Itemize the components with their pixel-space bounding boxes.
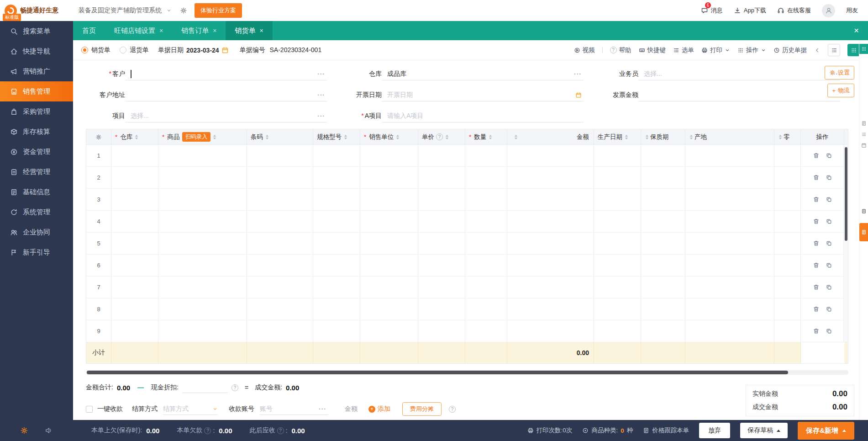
trial-solution-button[interactable]: 体验行业方案 [195, 3, 242, 18]
question-circle-icon[interactable]: ? [449, 406, 456, 413]
customer-service-button[interactable]: 在线客服 [777, 6, 811, 15]
col-header-warehouse[interactable]: *仓库 [111, 129, 158, 144]
cell-qty[interactable] [465, 211, 507, 232]
video-button[interactable]: 视频 [574, 46, 595, 54]
col-header-origin[interactable]: 产地 [685, 129, 774, 144]
cell-origin[interactable] [685, 298, 774, 320]
add-payment-button[interactable]: + 添加 [368, 405, 390, 413]
cell-amount[interactable] [507, 276, 594, 298]
salesman-input[interactable]: 选择... ··· [638, 68, 840, 80]
username[interactable]: 用友 [846, 6, 858, 15]
cell-prod-date[interactable] [594, 167, 641, 188]
tab-sales-order[interactable]: 销售订单 × [172, 21, 226, 40]
cell-amount[interactable] [507, 167, 594, 188]
cell-spec[interactable] [313, 167, 360, 188]
messages-button[interactable]: 6 消息 [701, 6, 723, 15]
cell-amount[interactable] [507, 145, 594, 166]
delete-row-icon[interactable] [813, 306, 820, 313]
cell-barcode[interactable] [247, 255, 313, 276]
cell-shelf-life[interactable] [641, 145, 685, 166]
cell-unit[interactable] [360, 255, 418, 276]
cell-product[interactable] [158, 167, 247, 188]
cell-retail[interactable] [774, 211, 801, 232]
sidebar-item-beginner-guide[interactable]: 新手引导 [0, 242, 73, 262]
lookup-ellipsis-icon[interactable]: ··· [317, 91, 325, 99]
project-input[interactable]: 选择... ··· [125, 110, 327, 122]
side-panel-handle[interactable] [859, 223, 868, 241]
copy-row-icon[interactable] [826, 284, 832, 291]
cell-warehouse[interactable] [111, 320, 158, 342]
cell-qty[interactable] [465, 298, 507, 320]
delete-row-icon[interactable] [813, 240, 820, 247]
radio-return-slip[interactable]: 退货单 [120, 46, 149, 54]
invoice-date-input[interactable]: 开票日期 [382, 89, 584, 101]
horizontal-scrollbar-thumb[interactable] [87, 371, 788, 374]
calendar-icon[interactable] [221, 47, 229, 54]
cell-qty[interactable] [465, 145, 507, 166]
copy-row-icon[interactable] [826, 218, 832, 225]
cell-spec[interactable] [313, 189, 360, 210]
cell-shelf-life[interactable] [641, 320, 685, 342]
copy-row-icon[interactable] [826, 240, 832, 247]
copy-row-icon[interactable] [826, 174, 832, 181]
receipt-account-input[interactable]: 账号 ··· [260, 403, 328, 415]
cell-price[interactable] [418, 320, 465, 342]
cell-unit[interactable] [360, 211, 418, 232]
cell-unit[interactable] [360, 167, 418, 188]
delete-row-icon[interactable] [813, 284, 820, 291]
cell-unit[interactable] [360, 189, 418, 210]
cell-warehouse[interactable] [111, 276, 158, 298]
sidebar-item-enterprise-collab[interactable]: 企业协同 [0, 222, 73, 242]
cell-unit[interactable] [360, 276, 418, 298]
cell-warehouse[interactable] [111, 211, 158, 232]
cell-product[interactable] [158, 276, 247, 298]
delete-row-icon[interactable] [813, 262, 820, 269]
header-gear-icon[interactable] [180, 7, 187, 14]
close-icon[interactable]: × [159, 27, 163, 34]
cell-retail[interactable] [774, 276, 801, 298]
column-settings-gear-icon[interactable] [86, 129, 111, 144]
close-icon[interactable]: × [213, 27, 216, 34]
cell-origin[interactable] [685, 320, 774, 342]
cell-price[interactable] [418, 167, 465, 188]
cell-barcode[interactable] [247, 276, 313, 298]
grid-view-button[interactable] [847, 44, 860, 56]
cell-retail[interactable] [774, 233, 801, 254]
cell-unit[interactable] [360, 320, 418, 342]
cell-price[interactable] [418, 145, 465, 166]
cell-product[interactable] [158, 189, 247, 210]
cell-prod-date[interactable] [594, 233, 641, 254]
close-icon[interactable]: × [259, 27, 263, 34]
tab-sales-slip[interactable]: 销货单 × [226, 21, 272, 40]
lookup-ellipsis-icon[interactable]: ··· [319, 405, 326, 413]
volume-icon[interactable] [45, 426, 53, 435]
collapse-left-icon[interactable] [814, 47, 821, 53]
settlement-method-select[interactable]: 结算方式 [163, 403, 218, 415]
cell-unit[interactable] [360, 233, 418, 254]
col-header-product[interactable]: *商品扫码录入 [158, 129, 247, 144]
cell-shelf-life[interactable] [641, 255, 685, 276]
cell-prod-date[interactable] [594, 145, 641, 166]
list-view-button[interactable] [828, 44, 840, 56]
side-panel-list-icon[interactable] [859, 129, 868, 140]
save-draft-button[interactable]: 保存草稿 [740, 423, 788, 438]
cell-shelf-life[interactable] [641, 211, 685, 232]
cell-barcode[interactable] [247, 233, 313, 254]
cell-barcode[interactable] [247, 320, 313, 342]
col-header-qty[interactable]: *数量 [465, 129, 507, 144]
system-select[interactable]: 装备及固定资产辅助管理系统 [79, 6, 172, 15]
cell-retail[interactable] [774, 298, 801, 320]
cell-qty[interactable] [465, 167, 507, 188]
cell-shelf-life[interactable] [641, 298, 685, 320]
cell-spec[interactable] [313, 298, 360, 320]
cell-unit[interactable] [360, 298, 418, 320]
lookup-ellipsis-icon[interactable]: ··· [574, 70, 582, 78]
horizontal-scrollbar[interactable] [86, 370, 848, 375]
cell-barcode[interactable] [247, 189, 313, 210]
cell-price[interactable] [418, 211, 465, 232]
sidebar-item-sales-management[interactable]: 销售管理 [0, 81, 73, 101]
cell-barcode[interactable] [247, 145, 313, 166]
copy-row-icon[interactable] [826, 306, 832, 313]
customer-input[interactable]: ··· [125, 68, 327, 80]
save-and-new-button[interactable]: 保存&新增 [798, 422, 854, 440]
